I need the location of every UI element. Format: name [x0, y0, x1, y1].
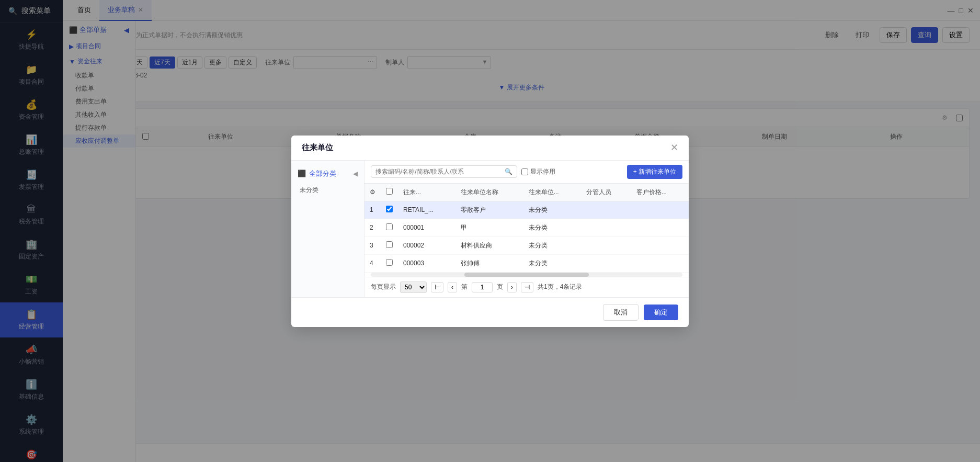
th-checkbox — [381, 184, 398, 201]
dialog-left-panel: ⬛ 全部分类 ◀ 未分类 — [291, 161, 364, 297]
horizontal-scrollbar[interactable] — [371, 273, 682, 277]
left-panel-title: 全部分类 — [309, 169, 336, 178]
add-partner-button[interactable]: + 新增往来单位 — [627, 165, 682, 179]
left-panel-header[interactable]: ⬛ 全部分类 ◀ — [291, 165, 364, 183]
row-checkbox[interactable] — [381, 201, 398, 219]
row-category: 未分类 — [523, 201, 581, 219]
scrollbar-thumb[interactable] — [464, 273, 589, 277]
right-toolbar: 🔍 显示停用 + 新增往来单位 — [364, 161, 689, 184]
per-page-select[interactable]: 50 100 — [400, 281, 427, 293]
row-manager — [581, 254, 631, 272]
page-text: 第 — [461, 283, 468, 291]
show-disabled-checkbox[interactable] — [521, 168, 528, 175]
th-category: 往来单位... — [523, 184, 581, 201]
dialog-close-btn[interactable]: ✕ — [670, 143, 678, 152]
cancel-button[interactable]: 取消 — [603, 304, 639, 321]
prev-page-btn[interactable]: ‹ — [448, 282, 457, 292]
dialog-right-panel: 🔍 显示停用 + 新增往来单位 ⚙ — [364, 161, 689, 297]
dialog-header: 往来单位 ✕ — [291, 136, 689, 161]
page-number-input[interactable] — [472, 282, 493, 292]
dialog-table-row[interactable]: 4 000003 张帅傅 未分类 — [364, 254, 689, 272]
partner-dialog: 往来单位 ✕ ⬛ 全部分类 ◀ 未分类 — [291, 136, 689, 327]
dialog-footer: 取消 确定 — [291, 297, 689, 327]
dialog-table-header: ⚙ 往来... 往来单位名称 往来单位... 分管人员 客户价格... — [364, 184, 689, 201]
row-category: 未分类 — [523, 219, 581, 236]
show-disabled-label[interactable]: 显示停用 — [521, 167, 555, 176]
confirm-button[interactable]: 确定 — [644, 305, 678, 320]
row-name: 张帅傅 — [455, 254, 523, 272]
row-code: 000002 — [398, 236, 455, 254]
search-icon: 🔍 — [505, 168, 512, 175]
dialog-table: ⚙ 往来... 往来单位名称 往来单位... 分管人员 客户价格... — [364, 184, 689, 273]
th-code: 往来... — [398, 184, 455, 201]
th-price: 客户价格... — [631, 184, 689, 201]
row-name: 零散客户 — [455, 201, 523, 219]
row-no: 3 — [364, 236, 381, 254]
row-no: 1 — [364, 201, 381, 219]
left-panel-collapse[interactable]: ◀ — [353, 170, 358, 177]
dialog-title: 往来单位 — [302, 143, 333, 153]
row-checkbox[interactable] — [381, 236, 398, 254]
dialog-table-row[interactable]: 2 000001 甲 未分类 — [364, 219, 689, 236]
row-price — [631, 201, 689, 219]
row-manager — [581, 201, 631, 219]
left-panel-item-uncategorized[interactable]: 未分类 — [291, 183, 364, 198]
dialog-pagination: 每页显示 50 100 ⊢ ‹ 第 页 › ⊣ 共1页，4条记录 — [364, 277, 689, 297]
search-box[interactable]: 🔍 — [371, 165, 517, 178]
row-code: RETAIL_... — [398, 201, 455, 219]
search-input[interactable] — [375, 168, 502, 175]
dialog-body: ⬛ 全部分类 ◀ 未分类 🔍 显示停用 — [291, 161, 689, 297]
row-checkbox[interactable] — [381, 219, 398, 236]
row-code: 000003 — [398, 254, 455, 272]
grid-icon: ⬛ — [298, 170, 306, 177]
row-price — [631, 254, 689, 272]
th-name: 往来单位名称 — [455, 184, 523, 201]
row-price — [631, 236, 689, 254]
row-no: 2 — [364, 219, 381, 236]
dialog-overlay[interactable]: 往来单位 ✕ ⬛ 全部分类 ◀ 未分类 — [0, 0, 980, 462]
first-page-btn[interactable]: ⊢ — [431, 282, 443, 292]
row-price — [631, 219, 689, 236]
dialog-select-all[interactable] — [386, 188, 393, 195]
next-page-btn[interactable]: › — [507, 282, 517, 292]
th-settings: ⚙ — [364, 184, 381, 201]
row-name: 甲 — [455, 219, 523, 236]
row-manager — [581, 236, 631, 254]
total-label: 共1页，4条记录 — [538, 283, 582, 291]
dialog-table-row[interactable]: 1 RETAIL_... 零散客户 未分类 — [364, 201, 689, 219]
row-no: 4 — [364, 254, 381, 272]
page-label: 页 — [497, 283, 503, 291]
row-manager — [581, 219, 631, 236]
th-manager: 分管人员 — [581, 184, 631, 201]
row-name: 材料供应商 — [455, 236, 523, 254]
per-page-label: 每页显示 — [371, 283, 396, 291]
dialog-table-wrap: ⚙ 往来... 往来单位名称 往来单位... 分管人员 客户价格... — [364, 184, 689, 273]
row-category: 未分类 — [523, 236, 581, 254]
dialog-table-row[interactable]: 3 000002 材料供应商 未分类 — [364, 236, 689, 254]
row-category: 未分类 — [523, 254, 581, 272]
row-checkbox[interactable] — [381, 254, 398, 272]
row-code: 000001 — [398, 219, 455, 236]
last-page-btn[interactable]: ⊣ — [521, 282, 533, 292]
